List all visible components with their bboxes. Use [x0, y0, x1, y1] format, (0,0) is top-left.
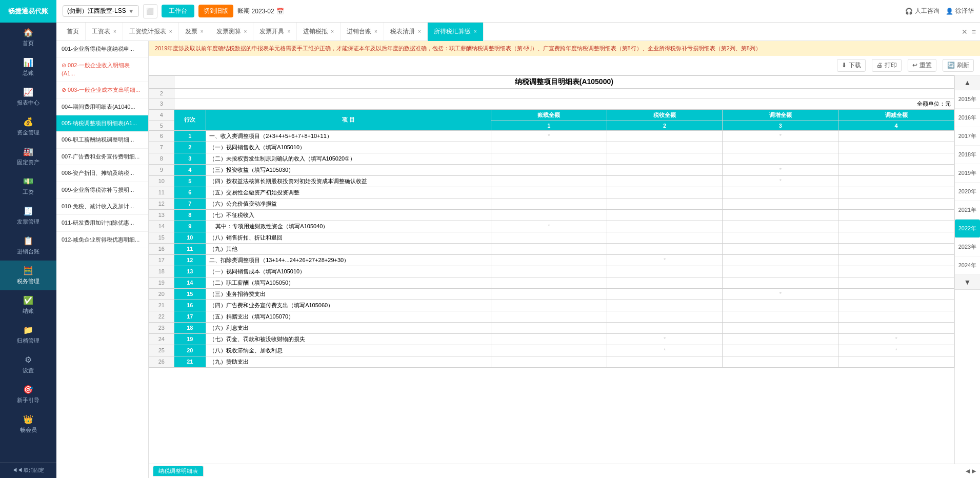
data-cell[interactable]: [607, 266, 723, 277]
year-down-button[interactable]: ▼: [955, 275, 980, 290]
left-panel-item-011[interactable]: 011-研发费用加计扣除优惠...: [56, 215, 148, 231]
data-cell[interactable]: [838, 243, 954, 254]
data-cell[interactable]: [723, 356, 838, 367]
data-cell[interactable]: [607, 198, 723, 209]
refresh-button[interactable]: 🔄 刷新: [943, 59, 974, 72]
print-button[interactable]: 🖨 打印: [872, 59, 902, 72]
data-cell[interactable]: [838, 356, 954, 367]
data-cell[interactable]: [607, 243, 723, 254]
data-cell[interactable]: [607, 187, 723, 198]
user-area[interactable]: 👤 徐泽华: [946, 7, 974, 15]
left-panel-item-004[interactable]: 004-期间费用明细表(A1040...: [56, 99, 148, 115]
data-cell[interactable]: [491, 345, 607, 356]
left-panel-item-008[interactable]: 008-资产折旧、摊销及纳税...: [56, 165, 148, 182]
tab-close-icon[interactable]: ×: [418, 29, 421, 34]
data-cell[interactable]: [838, 198, 954, 209]
left-panel-item-012[interactable]: 012-减免企业所得税优惠明细...: [56, 232, 148, 248]
data-cell[interactable]: [607, 209, 723, 221]
data-cell[interactable]: [838, 153, 954, 164]
data-cell[interactable]: [723, 209, 838, 221]
sidebar-item-salary[interactable]: 💵 工资: [0, 171, 56, 201]
calendar-icon[interactable]: 📅: [276, 8, 284, 15]
data-cell[interactable]: [491, 198, 607, 209]
tab-invoice[interactable]: 发票 ×: [179, 23, 210, 41]
company-selector[interactable]: (勿删）江西股室-LSS ▼: [63, 5, 139, 17]
left-panel-item-010[interactable]: 010-免税、减计收入及加计...: [56, 198, 148, 215]
sidebar-item-archive[interactable]: 📁 归档管理: [0, 320, 56, 350]
year-item-2016[interactable]: 2016年: [955, 109, 980, 127]
tab-close-icon[interactable]: ×: [201, 29, 204, 34]
data-cell[interactable]: [607, 356, 723, 367]
tab-invoice-issue[interactable]: 发票开具 ×: [253, 23, 297, 41]
data-cell[interactable]: [723, 300, 838, 311]
data-cell[interactable]: [491, 322, 607, 333]
reset-button[interactable]: ↩ 重置: [908, 59, 936, 72]
data-cell[interactable]: [607, 288, 723, 300]
data-cell[interactable]: [723, 254, 838, 266]
tab-close-icon[interactable]: ×: [244, 29, 247, 34]
more-tabs-icon[interactable]: ≡: [972, 28, 976, 36]
year-item-2024[interactable]: 2024年: [955, 256, 980, 275]
year-item-2021[interactable]: 2021年: [955, 201, 980, 220]
data-cell[interactable]: [491, 164, 607, 175]
sidebar-item-reports[interactable]: 📈 报表中心: [0, 82, 56, 112]
data-cell[interactable]: [723, 333, 838, 345]
copy-icon[interactable]: ⬜: [143, 4, 157, 18]
sidebar-item-assets[interactable]: 🏭 固定资产: [0, 142, 56, 171]
left-panel-item-003[interactable]: 003-一般企业成本支出明细...: [56, 82, 148, 98]
download-button[interactable]: ⬇ 下载: [837, 59, 866, 72]
sidebar-item-purchase[interactable]: 📋 进销台账: [0, 231, 56, 261]
data-cell[interactable]: [491, 209, 607, 221]
data-cell[interactable]: [723, 345, 838, 356]
close-all-icon[interactable]: ✕: [962, 28, 968, 36]
year-item-2020[interactable]: 2020年: [955, 183, 980, 201]
data-cell[interactable]: [491, 187, 607, 198]
sidebar-item-ledger[interactable]: 📊 总账: [0, 52, 56, 82]
left-panel-item-002[interactable]: 002-一般企业收入明细表(A1...: [56, 57, 148, 82]
data-cell[interactable]: [607, 142, 723, 153]
data-cell[interactable]: [838, 209, 954, 221]
data-cell[interactable]: [838, 232, 954, 243]
collapse-fixed-button[interactable]: ◀◀ 取消固定: [0, 462, 56, 478]
data-cell[interactable]: *: [723, 130, 838, 142]
tab-purchase-ledger[interactable]: 进销台账 ×: [341, 23, 384, 41]
data-cell[interactable]: [838, 221, 954, 232]
tab-home[interactable]: 首页: [61, 23, 86, 41]
tab-tax-list[interactable]: 税表清册 ×: [384, 23, 428, 41]
data-cell[interactable]: [607, 153, 723, 164]
data-cell[interactable]: [491, 288, 607, 300]
tab-salary[interactable]: 工资表 ×: [86, 23, 123, 41]
data-cell[interactable]: [491, 254, 607, 266]
scroll-left-icon[interactable]: ◀: [966, 468, 970, 474]
sidebar-item-guide[interactable]: 🎯 新手引导: [0, 380, 56, 409]
sheet-tab[interactable]: 纳税调整明细表: [153, 466, 204, 476]
data-cell[interactable]: [607, 130, 723, 142]
data-cell[interactable]: *: [491, 130, 607, 142]
data-cell[interactable]: [607, 322, 723, 333]
data-cell[interactable]: [838, 164, 954, 175]
data-cell[interactable]: [491, 243, 607, 254]
data-cell[interactable]: *: [723, 164, 838, 175]
data-cell[interactable]: [607, 221, 723, 232]
data-cell[interactable]: [491, 142, 607, 153]
data-cell[interactable]: *: [838, 345, 954, 356]
tab-close-icon[interactable]: ×: [113, 29, 116, 34]
sidebar-item-home[interactable]: 🏠 首页: [0, 23, 56, 52]
data-cell[interactable]: [723, 243, 838, 254]
data-cell[interactable]: [838, 130, 954, 142]
data-cell[interactable]: [491, 333, 607, 345]
spreadsheet-container[interactable]: 纳税调整项目明细表(A105000) 2 3 全额单位：元: [149, 75, 954, 464]
tab-income-tax[interactable]: 所得税汇算缴 ×: [428, 23, 484, 41]
data-cell[interactable]: *: [607, 333, 723, 345]
data-cell[interactable]: [723, 221, 838, 232]
data-cell[interactable]: [723, 277, 838, 288]
scroll-right-icon[interactable]: ▶: [972, 468, 976, 474]
data-cell[interactable]: [838, 254, 954, 266]
left-panel-item-009[interactable]: 009-企业所得税弥补亏损明...: [56, 182, 148, 198]
year-item-2017[interactable]: 2017年: [955, 127, 980, 146]
left-panel-item-001[interactable]: 001-企业所得税年度纳税申...: [56, 41, 148, 57]
sidebar-item-settings[interactable]: ⚙ 设置: [0, 350, 56, 380]
year-item-2018[interactable]: 2018年: [955, 146, 980, 164]
data-cell[interactable]: [607, 232, 723, 243]
data-cell[interactable]: [723, 232, 838, 243]
